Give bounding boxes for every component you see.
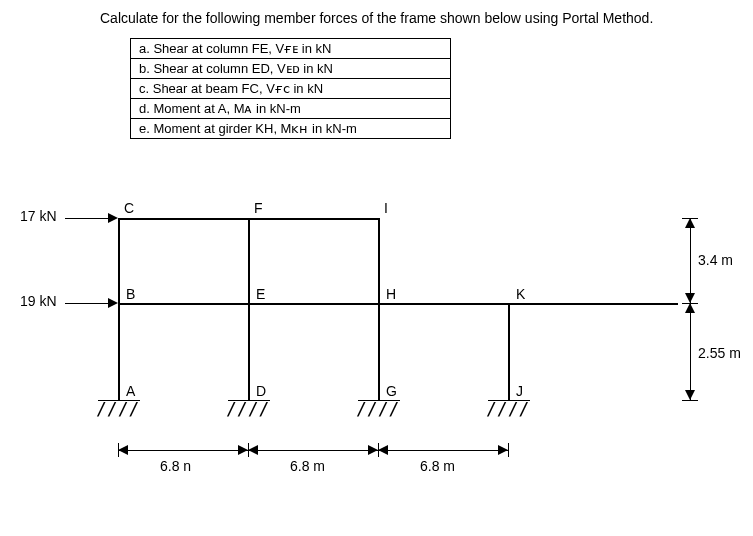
rt-tick1 <box>682 218 698 219</box>
rt-tick2 <box>682 303 698 304</box>
dim-h-top: 3.4 m <box>698 252 733 268</box>
node-E: E <box>256 286 265 302</box>
dim-h2-da <box>685 390 695 400</box>
problem-prompt: Calculate for the following member force… <box>100 10 733 26</box>
node-B: B <box>126 286 135 302</box>
support-G: //// <box>356 398 399 419</box>
dim-span2: 6.8 m <box>290 458 325 474</box>
dim-span1: 6.8 n <box>160 458 191 474</box>
dim-span3-la <box>378 445 388 455</box>
col-ABC <box>118 218 120 400</box>
dim-h1-da <box>685 293 695 303</box>
beam-BEHK <box>118 303 678 305</box>
load-top-arrow-line <box>65 218 110 219</box>
dim-h2-ua <box>685 303 695 313</box>
node-K: K <box>516 286 525 302</box>
tick4 <box>508 443 509 457</box>
frame-diagram: 17 kN 19 kN C F I B E H K A D G J //// /… <box>20 200 720 520</box>
dim-h1-ua <box>685 218 695 228</box>
dim-span3-ra <box>498 445 508 455</box>
node-H: H <box>386 286 396 302</box>
load-top-label: 17 kN <box>20 208 57 224</box>
load-bot-arrow-line <box>65 303 110 304</box>
load-bot-arrow-head <box>108 298 118 308</box>
rt-tick3 <box>682 400 698 401</box>
node-A: A <box>126 383 135 399</box>
dim-span2-line <box>248 450 378 451</box>
node-J: J <box>516 383 523 399</box>
col-DEF <box>248 218 250 400</box>
dim-span3: 6.8 m <box>420 458 455 474</box>
dim-h-bot: 2.55 m <box>698 345 741 361</box>
load-top-arrow-head <box>108 213 118 223</box>
col-JK <box>508 303 510 400</box>
dim-span1-line <box>118 450 248 451</box>
question-d: d. Moment at A, Mᴀ in kN-m <box>131 99 451 119</box>
dim-span1-la <box>118 445 128 455</box>
dim-span2-la <box>248 445 258 455</box>
node-D: D <box>256 383 266 399</box>
tick1 <box>118 443 119 457</box>
support-J: //// <box>486 398 529 419</box>
dim-span2-ra <box>368 445 378 455</box>
dim-span3-line <box>378 450 508 451</box>
beam-CFI <box>118 218 380 220</box>
tick2 <box>248 443 249 457</box>
col-GHI <box>378 218 380 400</box>
question-e: e. Moment at girder KH, Mᴋʜ in kN-m <box>131 119 451 139</box>
question-c: c. Shear at beam FC, Vғᴄ in kN <box>131 79 451 99</box>
question-table: a. Shear at column FE, Vғᴇ in kN b. Shea… <box>130 38 451 139</box>
support-D: //// <box>226 398 269 419</box>
dim-span1-ra <box>238 445 248 455</box>
node-G: G <box>386 383 397 399</box>
question-b: b. Shear at column ED, Vᴇᴅ in kN <box>131 59 451 79</box>
node-F: F <box>254 200 263 216</box>
support-A: //// <box>96 398 139 419</box>
tick3 <box>378 443 379 457</box>
question-a: a. Shear at column FE, Vғᴇ in kN <box>131 39 451 59</box>
node-C: C <box>124 200 134 216</box>
load-bot-label: 19 kN <box>20 293 57 309</box>
node-I: I <box>384 200 388 216</box>
